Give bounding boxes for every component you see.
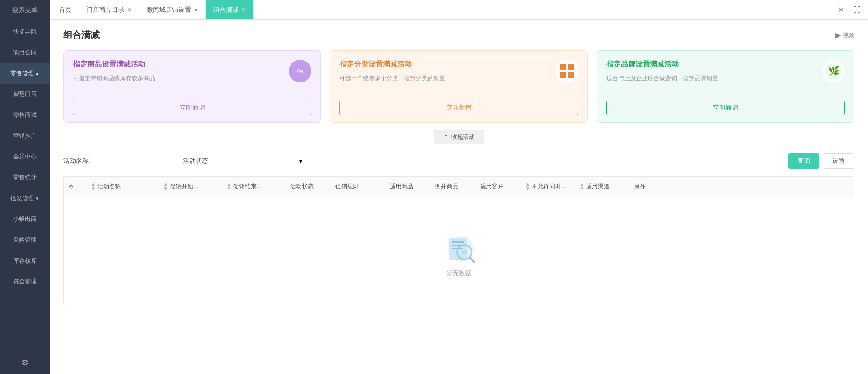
collapse-activities-btn[interactable]: ⌃ 收起活动 xyxy=(434,130,484,144)
collapse-arrow-icon: ⌃ xyxy=(444,134,448,141)
tab-store-catalog[interactable]: 门店商品目录 ✕ xyxy=(79,0,139,19)
chevron-up-icon: ▲ xyxy=(35,71,39,76)
sidebar-item-project-contract[interactable]: 项目合同 xyxy=(0,42,50,63)
th-channel[interactable]: ▲▼ 适用渠道 xyxy=(575,177,630,197)
brand-card-icon: 🌿 xyxy=(822,60,845,82)
brand-card-title: 指定品牌设置满减活动 xyxy=(606,60,845,69)
product-card-title: 指定商品设置满减活动 xyxy=(73,60,311,69)
th-gear[interactable]: ⚙ xyxy=(64,177,86,197)
page-content: 组合满减 ▶ 视频 指定商品设置满减活动 🛍 xyxy=(50,20,868,374)
settings-icon-btn[interactable]: ⚙ xyxy=(0,351,50,374)
svg-rect-4 xyxy=(560,72,566,78)
th-except-label: 例外商品 xyxy=(435,182,458,191)
sidebar-item-quick-nav[interactable]: 快捷导航 xyxy=(0,21,50,42)
filter-name-label: 活动名称 xyxy=(63,157,89,165)
sidebar-item-retail-mgmt[interactable]: 零售管理 ▲ xyxy=(0,63,50,84)
th-end-label: 促销结束... xyxy=(233,182,262,191)
category-card-title: 指定分类设置满减活动 xyxy=(339,60,578,69)
sidebar-item-finance[interactable]: 资金管理 xyxy=(0,271,50,292)
svg-rect-3 xyxy=(568,64,574,70)
sidebar-item-marketing[interactable]: 营销推广 xyxy=(0,125,50,146)
tab-bar-actions: ✕ ⛶ xyxy=(835,4,868,16)
collapse-label: 收起活动 xyxy=(451,133,475,141)
sort-start-icon: ▲▼ xyxy=(163,182,168,191)
th-customer: 适用客户 xyxy=(476,177,521,197)
sort-end-icon: ▲▼ xyxy=(227,182,231,191)
activity-table: ⚙ ▲▼ 活动名称 ▲▼ 促销开始... ▲▼ 促销结束... xyxy=(63,176,854,305)
sort-not-allow-icon: ▲▼ xyxy=(525,182,530,191)
table-header: ⚙ ▲▼ 活动名称 ▲▼ 促销开始... ▲▼ 促销结束... xyxy=(64,177,854,197)
th-name-label: 活动名称 xyxy=(97,182,121,191)
page-title: 组合满减 xyxy=(63,29,100,41)
window-maximize-btn[interactable]: ⛶ xyxy=(851,4,863,16)
empty-illustration xyxy=(432,224,486,269)
th-channel-label: 适用渠道 xyxy=(586,182,610,191)
brand-card-btn[interactable]: 立即新增 xyxy=(606,101,845,115)
tab-combo-discount[interactable]: 组合满减 ✕ xyxy=(206,0,253,19)
th-rule: 促销规则 xyxy=(331,177,385,197)
product-activity-card: 指定商品设置满减活动 🛍 可指定滞销商品或库存较多商品 立即新增 xyxy=(63,50,321,123)
filter-actions: 查询 设置 xyxy=(788,153,854,169)
category-card-desc: 可选一个或者多个分类，提升分类的销量 xyxy=(339,74,578,83)
sort-channel-icon: ▲▼ xyxy=(580,182,584,191)
sidebar-item-inventory[interactable]: 库存核算 xyxy=(0,250,50,271)
activity-cards: 指定商品设置满减活动 🛍 可指定滞销商品或库存较多商品 立即新增 指定分类设置满… xyxy=(63,50,854,123)
collapse-bar: ⌃ 收起活动 xyxy=(63,130,854,144)
empty-state: 暂无数据 xyxy=(64,197,854,305)
th-start[interactable]: ▲▼ 促销开始... xyxy=(159,177,222,197)
gear-icon: ⚙ xyxy=(68,183,74,190)
empty-text: 暂无数据 xyxy=(446,269,472,278)
filter-status-item: 活动状态 ▾ xyxy=(183,156,302,167)
tab-wechat-store[interactable]: 微商城店铺设置 ✕ xyxy=(139,0,206,19)
th-not-allow[interactable]: ▲▼ 不允许同时... xyxy=(521,177,575,197)
tab-combo-discount-close[interactable]: ✕ xyxy=(241,7,246,13)
video-link[interactable]: ▶ 视频 xyxy=(835,31,854,39)
sidebar-item-retail-mall[interactable]: 零售商城 xyxy=(0,105,50,125)
dropdown-arrow-icon: ▾ xyxy=(299,158,302,165)
chevron-down-icon: ▼ xyxy=(35,196,39,201)
filter-name-item: 活动名称 xyxy=(63,156,174,167)
video-label: 视频 xyxy=(843,31,854,39)
category-card-btn[interactable]: 立即新增 xyxy=(339,101,578,115)
sidebar-item-wholesale-mgmt[interactable]: 批发管理 ▼ xyxy=(0,188,50,209)
sidebar-item-small-ecom[interactable]: 小畅电商 xyxy=(0,209,50,230)
th-not-allow-label: 不允许同时... xyxy=(532,182,566,191)
th-name[interactable]: ▲▼ 活动名称 xyxy=(86,177,159,197)
filter-status-select[interactable]: ▾ xyxy=(212,156,302,167)
filter-name-input[interactable] xyxy=(92,156,174,167)
svg-text:🌿: 🌿 xyxy=(828,65,839,76)
category-card-icon xyxy=(556,60,578,82)
sidebar-item-retail-stats[interactable]: 零售统计 xyxy=(0,167,50,188)
main-area: 首页 门店商品目录 ✕ 微商城店铺设置 ✕ 组合满减 ✕ ✕ ⛶ 组合满减 ▶ xyxy=(50,0,868,374)
th-status: 活动状态 xyxy=(286,177,331,197)
svg-rect-10 xyxy=(452,241,464,243)
tab-bar: 首页 门店商品目录 ✕ 微商城店铺设置 ✕ 组合满减 ✕ ✕ ⛶ xyxy=(50,0,868,20)
window-close-btn[interactable]: ✕ xyxy=(835,4,847,16)
tab-combo-discount-label: 组合满减 xyxy=(213,6,238,14)
tab-wechat-store-close[interactable]: ✕ xyxy=(194,7,198,13)
query-btn[interactable]: 查询 xyxy=(788,153,819,169)
product-card-btn[interactable]: 立即新增 xyxy=(73,101,311,115)
sidebar-search[interactable]: 搜索菜单 xyxy=(0,0,50,21)
table-settings-btn[interactable]: 设置 xyxy=(823,153,854,169)
sidebar-item-smart-store[interactable]: 智慧门店 xyxy=(0,84,50,105)
sidebar-item-membership[interactable]: 会员中心 xyxy=(0,146,50,167)
sort-name-icon: ▲▼ xyxy=(91,182,95,191)
th-action-label: 操作 xyxy=(634,182,646,191)
tab-store-catalog-close[interactable]: ✕ xyxy=(127,7,132,13)
sidebar-item-purchase-mgmt[interactable]: 采购管理 xyxy=(0,230,50,250)
th-status-label: 活动状态 xyxy=(290,182,314,191)
tab-home-label: 首页 xyxy=(59,6,72,14)
tab-home[interactable]: 首页 xyxy=(50,0,79,19)
product-card-icon: 🛍 xyxy=(289,60,311,82)
brand-activity-card: 指定品牌设置满减活动 🌿 适合与上游企业联合做营销，提升品牌销量 立即新增 xyxy=(597,50,854,123)
tab-store-catalog-label: 门店商品目录 xyxy=(86,6,124,14)
th-end[interactable]: ▲▼ 促销结束... xyxy=(222,177,286,197)
filter-row: 活动名称 活动状态 ▾ 查询 设置 xyxy=(63,153,854,169)
svg-rect-2 xyxy=(560,64,566,70)
th-product-label: 适用商品 xyxy=(390,182,413,191)
brand-card-desc: 适合与上游企业联合做营销，提升品牌销量 xyxy=(606,74,845,83)
page-header: 组合满减 ▶ 视频 xyxy=(63,29,854,41)
page-inner: 组合满减 ▶ 视频 指定商品设置满减活动 🛍 xyxy=(50,20,868,374)
filter-status-label: 活动状态 xyxy=(183,157,208,165)
